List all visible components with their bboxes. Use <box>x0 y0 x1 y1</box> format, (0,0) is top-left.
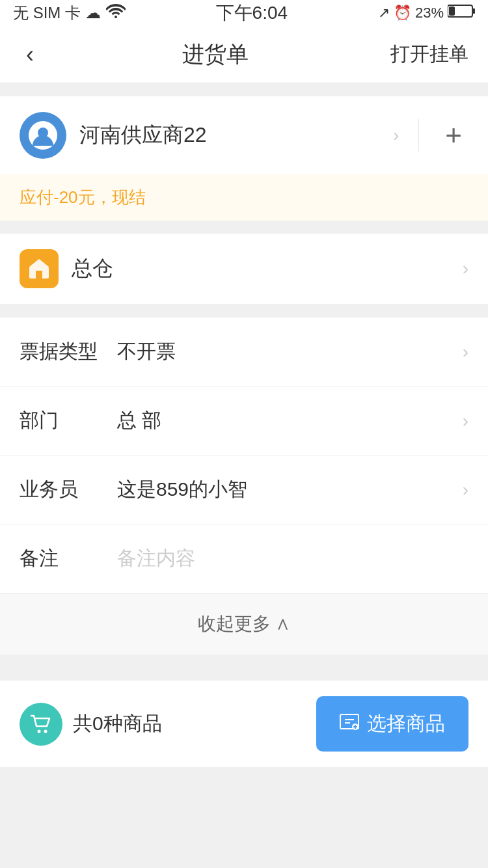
form-section: 票据类型 不开票 › 部门 总 部 › 业务员 这是859的小智 › 备注 备注… <box>0 317 488 593</box>
supplier-name: 河南供应商22 <box>79 121 393 150</box>
location-icon: ↗ <box>378 5 390 21</box>
remark-input[interactable]: 备注内容 <box>104 545 468 572</box>
ticket-type-value: 不开票 <box>104 338 463 365</box>
department-chevron-icon: › <box>463 411 468 431</box>
salesperson-row[interactable]: 业务员 这是859的小智 › <box>0 455 488 524</box>
bottom-bar: 共0种商品 选择商品 <box>0 681 488 767</box>
department-value: 总 部 <box>104 407 463 434</box>
department-label: 部门 <box>20 407 104 434</box>
select-product-label: 选择商品 <box>367 711 445 737</box>
cart-icon <box>20 703 62 746</box>
notice-bar: 应付-20元，现结 <box>0 174 488 221</box>
section-divider-2 <box>0 221 488 234</box>
svg-point-7 <box>38 729 41 733</box>
section-divider-3 <box>0 304 488 317</box>
department-row[interactable]: 部门 总 部 › <box>0 386 488 455</box>
supplier-row[interactable]: 河南供应商22 › + <box>0 96 488 174</box>
battery-icon <box>448 4 475 22</box>
warehouse-icon <box>20 249 59 288</box>
vertical-divider <box>418 119 419 152</box>
add-supplier-button[interactable]: + <box>439 113 468 158</box>
select-product-button[interactable]: 选择商品 <box>316 696 468 752</box>
remark-label: 备注 <box>20 545 104 572</box>
status-bar: 无 SIM 卡 ☁ 下午6:04 ↗ ⏰ 23% <box>0 0 488 26</box>
collapse-button[interactable]: 收起更多 ∧ <box>0 593 488 655</box>
salesperson-chevron-icon: › <box>463 480 468 500</box>
nav-bar: ‹ 进货单 打开挂单 <box>0 26 488 83</box>
svg-rect-1 <box>472 8 475 14</box>
svg-rect-6 <box>36 271 42 278</box>
page-background <box>0 767 488 868</box>
section-divider-1 <box>0 83 488 96</box>
open-pending-button[interactable]: 打开挂单 <box>390 41 468 68</box>
collapse-label: 收起更多 ∧ <box>198 614 291 634</box>
salesperson-value: 这是859的小智 <box>104 476 463 503</box>
warehouse-name: 总仓 <box>72 254 463 283</box>
section-divider-4 <box>0 655 488 668</box>
svg-marker-5 <box>29 259 49 267</box>
warehouse-chevron-icon: › <box>463 258 468 279</box>
wifi-icon <box>106 4 126 22</box>
warehouse-section: 总仓 › <box>0 234 488 304</box>
product-count-area: 共0种商品 <box>20 703 162 746</box>
product-count-text: 共0种商品 <box>73 711 162 737</box>
no-sim-text: 无 SIM 卡 ☁ <box>13 3 101 23</box>
supplier-chevron-icon: › <box>393 125 399 146</box>
svg-rect-2 <box>449 7 455 16</box>
avatar-inner <box>29 121 57 150</box>
supplier-avatar <box>20 112 66 159</box>
ticket-type-label: 票据类型 <box>20 338 104 365</box>
back-button[interactable]: ‹ <box>20 34 40 75</box>
warehouse-row[interactable]: 总仓 › <box>0 234 488 304</box>
notice-text: 应付-20元，现结 <box>20 187 146 207</box>
svg-point-8 <box>44 729 47 733</box>
battery-text: 23% <box>415 5 444 21</box>
alarm-icon: ⏰ <box>394 5 411 21</box>
ticket-type-chevron-icon: › <box>463 342 468 362</box>
page-title: 进货单 <box>182 40 249 70</box>
status-left: 无 SIM 卡 ☁ <box>13 3 126 23</box>
ticket-type-row[interactable]: 票据类型 不开票 › <box>0 317 488 386</box>
select-product-icon <box>340 713 359 735</box>
remark-row[interactable]: 备注 备注内容 <box>0 524 488 593</box>
salesperson-label: 业务员 <box>20 476 104 503</box>
status-right: ↗ ⏰ 23% <box>378 4 475 22</box>
status-time: 下午6:04 <box>216 1 288 25</box>
supplier-section: 河南供应商22 › + 应付-20元，现结 <box>0 96 488 221</box>
